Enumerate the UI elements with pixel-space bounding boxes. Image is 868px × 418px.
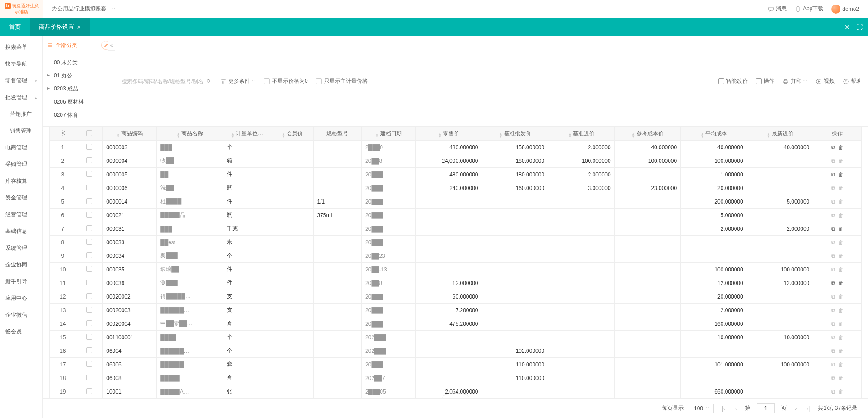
col-base-whole[interactable]: ▲▼基准批发价: [482, 127, 548, 141]
next-page-button[interactable]: ›: [793, 405, 798, 412]
col-select-all[interactable]: [76, 127, 103, 141]
nav-subitem[interactable]: 销售管理: [0, 123, 42, 139]
row-checkbox[interactable]: [76, 276, 103, 290]
category-node[interactable]: 00 未分类: [43, 56, 115, 69]
category-node[interactable]: 0203 成品: [43, 82, 115, 95]
table-row[interactable]: 1606004██████…个202███102.000000⧉🗑: [50, 344, 862, 358]
copy-icon[interactable]: ⧉: [831, 334, 835, 341]
col-code[interactable]: ▲▼商品编码: [103, 127, 157, 141]
nav-item[interactable]: 资金管理: [0, 190, 42, 206]
tab-home[interactable]: 首页: [0, 18, 30, 36]
print-button[interactable]: 打印﹀: [783, 77, 807, 85]
row-checkbox[interactable]: [76, 358, 103, 371]
workspace-selector[interactable]: 办公用品行业模拟账套 ﹀: [43, 5, 125, 13]
copy-icon[interactable]: ⧉: [831, 361, 835, 368]
delete-icon[interactable]: 🗑: [838, 226, 844, 232]
search-icon[interactable]: [206, 78, 212, 85]
col-base-in[interactable]: ▲▼基准进价: [548, 127, 615, 141]
copy-icon[interactable]: ⧉: [831, 144, 835, 151]
row-checkbox[interactable]: [76, 371, 103, 385]
table-row[interactable]: 1806008█████盒202██7110.000000⧉🗑: [50, 371, 862, 385]
collapse-panel-button[interactable]: «: [108, 40, 115, 51]
table-row[interactable]: 40000006洗██瓶20███240.000000160.0000003.0…: [50, 181, 862, 195]
delete-icon[interactable]: 🗑: [838, 334, 844, 341]
delete-icon[interactable]: 🗑: [838, 171, 844, 178]
table-row[interactable]: 10000003███个2███0480.000000156.0000002.0…: [50, 141, 862, 154]
search-input[interactable]: [122, 78, 203, 85]
delete-icon[interactable]: 🗑: [838, 212, 844, 218]
copy-icon[interactable]: ⧉: [831, 212, 835, 218]
nav-item[interactable]: 企业协同: [0, 256, 42, 273]
search-box[interactable]: [122, 78, 212, 85]
copy-icon[interactable]: ⧉: [831, 389, 835, 395]
table-row[interactable]: 15001100001████个202███10.00000010.000000…: [50, 331, 862, 344]
col-settings[interactable]: [50, 127, 76, 141]
nav-item[interactable]: 快捷导航: [0, 56, 42, 72]
copy-icon[interactable]: ⧉: [831, 321, 835, 327]
app-download-button[interactable]: App下载: [795, 5, 823, 13]
col-latest-in[interactable]: ▲▼最新进价: [747, 127, 813, 141]
table-row[interactable]: 30000005██件20███480.000000180.0000002.00…: [50, 168, 862, 181]
delete-icon[interactable]: 🗑: [838, 158, 844, 164]
last-page-button[interactable]: ›|: [805, 405, 811, 412]
nav-subitem[interactable]: 营销推广: [0, 106, 42, 123]
nav-item[interactable]: 零售管理▾: [0, 72, 42, 89]
delete-icon[interactable]: 🗑: [838, 253, 844, 259]
nav-item[interactable]: 应用中心: [0, 290, 42, 307]
delete-icon[interactable]: 🗑: [838, 266, 844, 273]
row-checkbox[interactable]: [76, 331, 103, 344]
messages-button[interactable]: 消息: [768, 5, 787, 13]
col-member[interactable]: ▲▼会员价: [271, 127, 313, 141]
category-node[interactable]: 01 办公: [43, 69, 115, 82]
nav-item[interactable]: 搜索菜单: [0, 39, 42, 56]
nav-item[interactable]: 库存核算: [0, 173, 42, 190]
table-row[interactable]: 1200020002得█████…支20███60.00000020.00000…: [50, 290, 862, 304]
table-row[interactable]: 8000033██est米20███⧉🗑: [50, 236, 862, 249]
delete-icon[interactable]: 🗑: [838, 321, 844, 327]
row-checkbox[interactable]: [76, 344, 103, 358]
table-row[interactable]: 11000036测███件20██812.00000012.00000012.0…: [50, 276, 862, 290]
copy-icon[interactable]: ⧉: [831, 375, 835, 381]
row-checkbox[interactable]: [76, 290, 103, 304]
table-row[interactable]: 10000035玻璃██件20██-13100.000000100.000000…: [50, 263, 862, 276]
copy-icon[interactable]: ⧉: [831, 280, 835, 286]
row-checkbox[interactable]: [76, 304, 103, 317]
col-date[interactable]: ▲▼建档日期: [362, 127, 416, 141]
nav-item[interactable]: 系统管理: [0, 240, 42, 256]
more-filters-button[interactable]: 更多条件 ﹀: [220, 77, 256, 85]
row-checkbox[interactable]: [76, 222, 103, 236]
delete-icon[interactable]: 🗑: [838, 389, 844, 395]
col-retail[interactable]: ▲▼零售价: [415, 127, 482, 141]
copy-icon[interactable]: ⧉: [831, 158, 835, 164]
table-row[interactable]: 9000034奥███个20██23⧉🗑: [50, 249, 862, 263]
delete-icon[interactable]: 🗑: [838, 348, 844, 354]
nav-item[interactable]: 基础信息: [0, 223, 42, 240]
row-checkbox[interactable]: [76, 141, 103, 154]
tab-close-all[interactable]: ✕: [844, 24, 850, 31]
nav-item[interactable]: 经营管理: [0, 206, 42, 223]
tab-price-settings[interactable]: 商品价格设置 ✕: [30, 18, 90, 36]
copy-icon[interactable]: ⧉: [831, 294, 835, 300]
copy-icon[interactable]: ⧉: [831, 185, 835, 191]
row-checkbox[interactable]: [76, 263, 103, 276]
copy-icon[interactable]: ⧉: [831, 266, 835, 273]
prev-page-button[interactable]: ‹: [733, 405, 739, 412]
nav-item[interactable]: 新手引导: [0, 273, 42, 290]
checkbox-hide-zero[interactable]: 不显示价格为0: [264, 77, 308, 85]
page-input[interactable]: [757, 403, 775, 413]
row-checkbox[interactable]: [76, 154, 103, 168]
copy-icon[interactable]: ⧉: [831, 348, 835, 354]
delete-icon[interactable]: 🗑: [838, 307, 844, 314]
row-checkbox[interactable]: [76, 236, 103, 249]
copy-icon[interactable]: ⧉: [831, 253, 835, 259]
table-row[interactable]: 1400020004中██零██…盒20███475.200000160.000…: [50, 317, 862, 331]
delete-icon[interactable]: 🗑: [838, 294, 844, 300]
delete-icon[interactable]: 🗑: [838, 375, 844, 381]
category-node[interactable]: 0207 体育: [43, 109, 115, 122]
delete-icon[interactable]: 🗑: [838, 361, 844, 368]
copy-icon[interactable]: ⧉: [831, 226, 835, 232]
smart-price-button[interactable]: 智能改价: [718, 77, 748, 85]
col-ref-cost[interactable]: ▲▼参考成本价: [614, 127, 681, 141]
nav-item[interactable]: 电商管理: [0, 139, 42, 156]
col-name[interactable]: ▲▼商品名称: [157, 127, 223, 141]
